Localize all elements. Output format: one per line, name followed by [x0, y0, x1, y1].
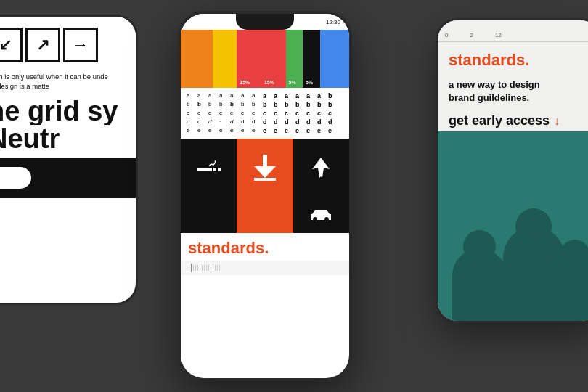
left-big-text-2: Neutr: [0, 125, 136, 152]
center-logo-text: standards: [188, 239, 264, 257]
plane-icon-cell: [293, 139, 349, 197]
color-red-1: 15%: [237, 30, 261, 88]
typo-row-c: c c c c c c c c c c c c c c: [187, 110, 343, 117]
arrow-icon-3: →: [63, 28, 98, 62]
ruler-2: 2: [470, 32, 473, 38]
left-text-line2: od design is a matte: [0, 81, 128, 91]
status-time: 12:30: [326, 19, 340, 25]
avatar-head-2: [515, 208, 552, 245]
color-label-4: 5%: [306, 80, 313, 85]
center-phone-screen: 12:30 15% 15% 5% 5% a a a: [181, 14, 349, 378]
left-icon-row: ↙ ↗ →: [0, 17, 136, 66]
tagline-line2: brand guildelines.: [449, 91, 588, 105]
right-brand-dot: .: [525, 51, 529, 69]
svg-point-6: [313, 217, 317, 221]
cta-text: get early access: [449, 113, 550, 128]
smoking-icon-cell: [181, 139, 237, 197]
avatar-head-3: [560, 240, 588, 269]
avatar-section: [438, 131, 588, 321]
color-red-2: 15%: [261, 30, 286, 88]
left-big-text-1: he grid sy: [0, 97, 136, 125]
icon-row-2: [181, 197, 349, 233]
color-label-1: 15%: [240, 80, 250, 85]
color-palette: 15% 15% 5% 5%: [181, 30, 349, 88]
svg-rect-5: [254, 178, 276, 181]
color-green: 5%: [286, 30, 303, 88]
color-black: 5%: [303, 30, 320, 88]
spacer-1: [181, 197, 237, 233]
color-orange: [181, 30, 213, 88]
center-logo-dot: .: [264, 239, 269, 257]
cta-arrow-icon: ↓: [554, 115, 560, 128]
ruler-12: 12: [495, 32, 502, 38]
right-brand-title: standards.: [438, 42, 588, 73]
color-blue: [320, 30, 349, 88]
left-black-bar: [0, 158, 136, 198]
right-tagline: a new way to design brand guildelines.: [438, 73, 588, 110]
center-phone: 12:30 15% 15% 5% 5% a a a: [178, 11, 352, 381]
right-cta[interactable]: get early access ↓: [438, 110, 588, 131]
download-icon-cell: [237, 139, 293, 197]
ruler-0: 0: [445, 32, 448, 38]
color-label-2: 15%: [264, 80, 274, 85]
svg-rect-3: [263, 155, 267, 168]
left-small-text: ation is only useful when it can be unde…: [0, 66, 136, 97]
center-logo: standards.: [181, 233, 349, 261]
icon-grid-section: [181, 139, 349, 197]
phone-notch: [236, 14, 294, 30]
arrow-icon-1: ↙: [0, 28, 23, 62]
typo-row-e: e e e e e e e e e e e e e e: [187, 127, 343, 134]
typography-section: a a a a a a a a a a a a a b b b b b b: [181, 88, 349, 139]
svg-rect-2: [218, 168, 221, 171]
typo-row-d: d d d · d d d d d d d d d d: [187, 118, 343, 126]
tagline-line1: a new way to design: [449, 78, 588, 91]
left-text-line1: ation is only useful when it can be unde: [0, 72, 128, 81]
typo-row-b: b b b b b b b b b b b b b b: [187, 101, 343, 108]
scroll-ticks: [181, 261, 349, 275]
left-phone-screen: ↙ ↗ → ation is only useful when it can b…: [0, 17, 136, 303]
color-label-3: 5%: [289, 80, 296, 85]
arrow-icon-2: ↗: [25, 28, 60, 62]
right-ruler: 0 2 12: [438, 20, 588, 42]
svg-rect-1: [213, 168, 216, 171]
typo-row-a: a a a a a a a a a a a a a b: [187, 92, 343, 99]
svg-rect-0: [197, 168, 212, 171]
left-phone: ↙ ↗ → ation is only useful when it can b…: [0, 15, 138, 305]
avatar-head-1: [463, 230, 496, 263]
right-phone-screen: 0 2 12 standards. a new way to design br…: [438, 20, 588, 321]
right-phone: 0 2 12 standards. a new way to design br…: [436, 18, 588, 323]
car-icon-cell: [293, 197, 349, 233]
left-bar-shape: [0, 167, 31, 189]
color-yellow: [213, 30, 237, 88]
svg-marker-4: [254, 166, 276, 178]
spacer-2: [237, 197, 293, 233]
right-brand-text: standards: [449, 51, 525, 69]
svg-point-7: [324, 217, 329, 221]
